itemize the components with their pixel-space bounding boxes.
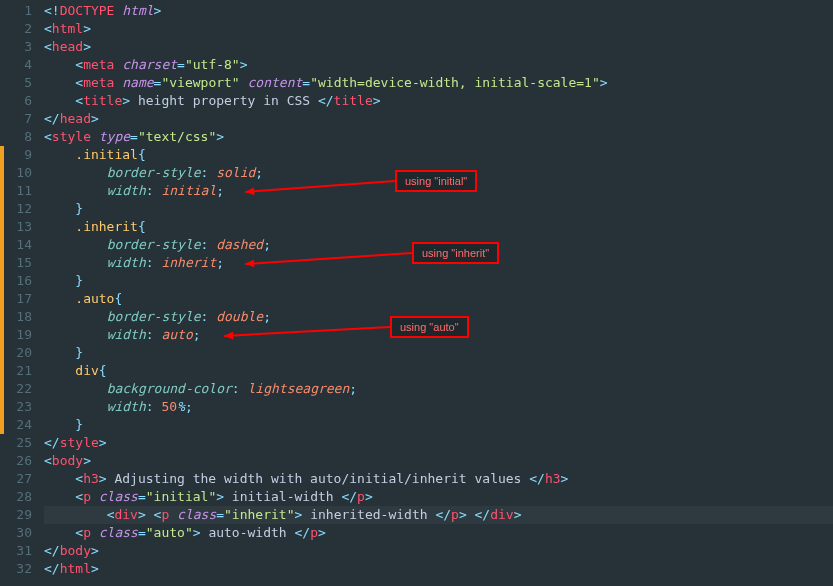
code-line[interactable]: </body>: [44, 542, 833, 560]
line-number: 28: [0, 488, 44, 506]
code-line[interactable]: </html>: [44, 560, 833, 578]
line-number: 18: [0, 308, 44, 326]
line-number: 4: [0, 56, 44, 74]
line-number: 13: [0, 218, 44, 236]
code-line[interactable]: <p class="initial"> initial-width </p>: [44, 488, 833, 506]
code-line[interactable]: width: 50%;: [44, 398, 833, 416]
code-line[interactable]: <title> height property in CSS </title>: [44, 92, 833, 110]
line-number: 32: [0, 560, 44, 578]
line-number: 17: [0, 290, 44, 308]
line-number: 3: [0, 38, 44, 56]
code-line[interactable]: <body>: [44, 452, 833, 470]
code-line[interactable]: <meta name="viewport" content="width=dev…: [44, 74, 833, 92]
line-number: 6: [0, 92, 44, 110]
line-number: 11: [0, 182, 44, 200]
annotation-label: using "initial": [395, 170, 477, 192]
code-line[interactable]: </head>: [44, 110, 833, 128]
line-number: 29: [0, 506, 44, 524]
line-number: 25: [0, 434, 44, 452]
line-number: 9: [0, 146, 44, 164]
line-number: 21: [0, 362, 44, 380]
line-number: 26: [0, 452, 44, 470]
line-number: 14: [0, 236, 44, 254]
line-number: 7: [0, 110, 44, 128]
line-number: 24: [0, 416, 44, 434]
code-line[interactable]: <p class="auto"> auto-width </p>: [44, 524, 833, 542]
code-line[interactable]: <style type="text/css">: [44, 128, 833, 146]
code-line[interactable]: </style>: [44, 434, 833, 452]
code-editor: 1234567891011121314151617181920212223242…: [0, 0, 833, 586]
line-number: 10: [0, 164, 44, 182]
code-line[interactable]: }: [44, 200, 833, 218]
code-line[interactable]: div{: [44, 362, 833, 380]
line-gutter: 1234567891011121314151617181920212223242…: [0, 0, 44, 586]
line-number: 20: [0, 344, 44, 362]
code-line[interactable]: <head>: [44, 38, 833, 56]
annotation-label: using "auto": [390, 316, 469, 338]
annotation-label: using "inherit": [412, 242, 499, 264]
line-number: 22: [0, 380, 44, 398]
code-area[interactable]: <!DOCTYPE html><html><head> <meta charse…: [44, 0, 833, 586]
code-line[interactable]: <div> <p class="inherit"> inherited-widt…: [44, 506, 833, 524]
line-number: 5: [0, 74, 44, 92]
code-line[interactable]: }: [44, 344, 833, 362]
line-number: 23: [0, 398, 44, 416]
code-line[interactable]: .inherit{: [44, 218, 833, 236]
code-line[interactable]: .initial{: [44, 146, 833, 164]
code-line[interactable]: <html>: [44, 20, 833, 38]
code-line[interactable]: .auto{: [44, 290, 833, 308]
line-number: 8: [0, 128, 44, 146]
code-line[interactable]: <meta charset="utf-8">: [44, 56, 833, 74]
line-number: 30: [0, 524, 44, 542]
code-line[interactable]: background-color: lightseagreen;: [44, 380, 833, 398]
code-line[interactable]: }: [44, 272, 833, 290]
line-number: 2: [0, 20, 44, 38]
code-line[interactable]: <!DOCTYPE html>: [44, 2, 833, 20]
line-number: 31: [0, 542, 44, 560]
line-number: 19: [0, 326, 44, 344]
code-line[interactable]: }: [44, 416, 833, 434]
line-number: 15: [0, 254, 44, 272]
line-number: 16: [0, 272, 44, 290]
line-number: 1: [0, 2, 44, 20]
code-line[interactable]: <h3> Adjusting the width with auto/initi…: [44, 470, 833, 488]
line-number: 27: [0, 470, 44, 488]
line-number: 12: [0, 200, 44, 218]
